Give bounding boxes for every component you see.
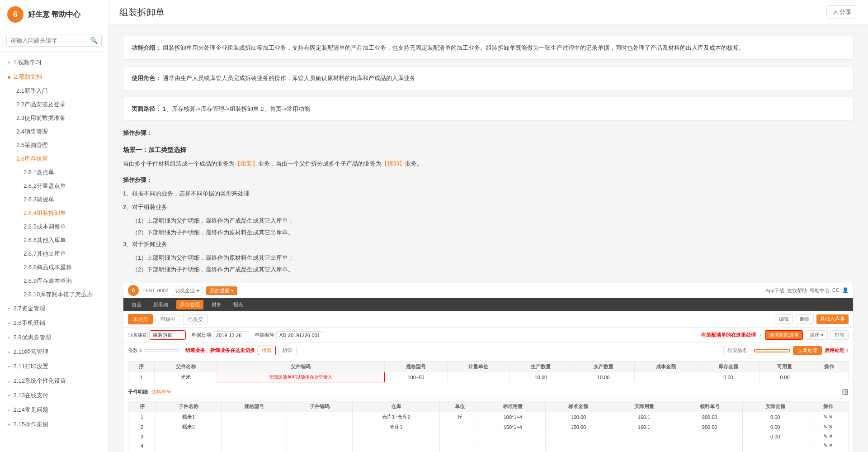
mock-field-billno: 单据编号 AD-20191226-001 <box>255 331 323 339</box>
sidebar: 6 好生意 帮助中心 🔍 + 1.视频学习 ● 2.帮助文档 2.1新手入门 2… <box>0 0 108 452</box>
steps-section: 操作步骤： 场景一：加工类型选择 当由多个子件材料组装成一个成品的业务为【组装】… <box>123 127 854 276</box>
page-title: 组装拆卸单 <box>119 6 165 19</box>
content-area: 功能介绍： 组装拆卸单用来处理企业组装或拆卸等加工业务，支持有固定装配清单的产品… <box>108 25 868 452</box>
sidebar-item-2-3[interactable]: 2.3使用前数据准备 <box>0 111 108 125</box>
mock-more-btn: 操作 ▾ <box>806 330 828 340</box>
mock-sub-tab-active: 领料单号 <box>151 389 171 395</box>
mock-nav-item-4: 报表 <box>230 300 247 309</box>
mock-edit-btn: 编辑 <box>775 314 793 324</box>
th-spec: 规格型号 <box>385 362 447 372</box>
sidebar-item-2-10[interactable]: + 2.10经营管理 <box>0 345 108 359</box>
step3a: （1）上部明细为父件明细，最终作为原材料生成其它出库单； <box>132 252 854 264</box>
mock-date-input: 2019-12-26 <box>213 331 249 339</box>
mock-nav-item-1: 新采购 <box>150 300 172 309</box>
sidebar-item-2-6-5[interactable]: 2.6.5成本调整单 <box>0 220 108 233</box>
mock-billno-input: AD-20191226-001 <box>276 331 323 339</box>
step2b: （2）下部明细为子件明细，最终作为原材料生成其它出库单。 <box>132 227 854 238</box>
plus-icon: + <box>7 407 11 414</box>
mock-form-row: 业务组织 组装拆卸 单据日期 2019-12-26 单据编号 AD-201912… <box>123 328 853 343</box>
mock-submit-btn: 其他入库单 <box>816 314 849 324</box>
mock-expand-icon: ⊞ <box>842 387 849 397</box>
share-button[interactable]: ↗ 分享 <box>826 5 857 19</box>
mock-icon-user: 👤 <box>842 287 849 294</box>
table-row: 2 糯米2 仓库1 150*1+4 150.00 160.1 900.00 <box>128 422 849 432</box>
sidebar-item-2-2[interactable]: 2.2产品安装及登录 <box>0 98 108 111</box>
path-block: 页面路径： 1、库存核算->库存管理->组装拆卸单 2、首页->常用功能 <box>123 97 854 121</box>
mock-field-count: 份数 ≥ <box>128 347 180 354</box>
step3b: （2）下部明细为子件明细，最终作为产成品生成其它入库单。 <box>132 264 854 276</box>
mock-tab-2: 已提交 <box>183 314 208 324</box>
sidebar-item-2-6-6[interactable]: 2.6.6其他入库单 <box>0 233 108 247</box>
plus-icon: + <box>7 305 11 312</box>
step2a: （1）上部明细为父件明细，最终作为产成品生成其它入库单； <box>132 215 854 227</box>
plus-icon: + <box>7 392 11 399</box>
sidebar-item-2-6-2[interactable]: 2.6.2分量盘点单 <box>0 179 108 193</box>
mock-disassemble-tab: 拆卸 <box>278 346 297 355</box>
th-op: 操作 <box>810 362 849 372</box>
sidebar-item-2-1[interactable]: 2.1新手入门 <box>0 84 108 98</box>
th-prod-qty: 生产数量 <box>509 362 572 372</box>
mock-confirm-btn: 立即处理 <box>793 346 822 355</box>
sidebar-item-2-6-1[interactable]: 2.6.1盘点单 <box>0 166 108 179</box>
mock-assemble-tab: 组装 <box>258 346 276 355</box>
intro-block: 功能介绍： 组装拆卸单用来处理企业组装或拆卸等加工业务，支持有固定装配清单的产品… <box>123 36 854 60</box>
mock-supplier-input <box>754 349 790 352</box>
sidebar-item-2-6-7[interactable]: 2.6.7其他出库单 <box>0 247 108 261</box>
logo-icon: 6 <box>7 6 24 23</box>
mock-topbar: 6 TEST-H002 切换企业 ▾ 我的提醒 ▾ App下载 在线帮助 帮助中… <box>123 283 853 298</box>
mock-table1: 序 父件名称 父件编码 规格型号 计量单位 生产数量 实产数量 成本金额 库存金… <box>128 361 849 382</box>
sidebar-item-2-6[interactable]: 2.6库存核算 <box>0 152 108 166</box>
intro-label: 功能介绍： <box>132 44 161 51</box>
step1: 1、根据不同的业务，选择不同单据的类型来处理 <box>123 188 854 200</box>
sidebar-item-2-6-3[interactable]: 2.6.3调拨单 <box>0 193 108 206</box>
sidebar-item-2-11[interactable]: + 2.11打印设置 <box>0 359 108 374</box>
mock-toolbar: 未提交 审核中 已提交 编辑 删除 其他入库单 <box>123 311 853 328</box>
mock-logo: 6 <box>128 285 139 296</box>
role-text: 通常由生产人员或库管人员完成拆装业务的操作，库管人员确认原材料的出库和产成品的入… <box>163 75 415 81</box>
sidebar-item-2-6-10[interactable]: 2.6.10库存账本错了怎么办 <box>0 288 108 301</box>
th-available: 可用量 <box>760 362 810 372</box>
steps-title: 操作步骤： <box>123 127 854 139</box>
sidebar-item-docs[interactable]: ● 2.帮助文档 <box>0 70 108 84</box>
sidebar-item-2-12[interactable]: + 2.12系统个性化设置 <box>0 374 108 388</box>
sidebar-item-2-6-8[interactable]: 2.6.8商品成本重算 <box>0 261 108 274</box>
mock-new-btn: 我的提醒 ▾ <box>206 286 237 295</box>
sidebar-item-2-5[interactable]: 2.5采购管理 <box>0 138 108 152</box>
mock-action-btns: 编辑 删除 其他入库单 <box>775 314 849 324</box>
mock-right-area2: 供应品名 立即处理 启用处理 ↑ <box>723 346 849 355</box>
intro-text: 组装拆卸单用来处理企业组装或拆卸等加工业务，支持有固定装配清单的产品加工业务，也… <box>163 44 745 51</box>
th-parent-code: 父件编码 <box>217 362 385 372</box>
sidebar-item-2-15[interactable]: + 2.15操作案例 <box>0 417 108 432</box>
search-box[interactable]: 🔍 <box>6 34 102 47</box>
mock-right-btns: 有装配清单的在这里处理 → 选择装配清单 操作 ▾ 打印 <box>701 330 849 340</box>
mock-nav-item-3: 财务 <box>208 300 225 309</box>
search-input[interactable] <box>10 37 90 44</box>
th-stock-amt: 库存金额 <box>697 362 760 372</box>
mock-icon-cc: CC <box>832 287 840 294</box>
mock-tab-0: 未提交 <box>128 314 153 324</box>
mock-form-area: 业务组织 组装拆卸 单据日期 2019-12-26 单据编号 AD-201912… <box>123 328 853 358</box>
sidebar-item-2-7[interactable]: + 2.7资金管理 <box>0 301 108 316</box>
mock-field-date: 单据日期 2019-12-26 <box>191 331 249 339</box>
search-icon[interactable]: 🔍 <box>90 37 98 44</box>
mock-field-org: 业务组织 组装拆卸 <box>128 330 186 340</box>
scenario1-title: 场景一：加工类型选择 <box>123 146 854 154</box>
share-icon: ↗ <box>832 9 837 16</box>
sidebar-item-2-8[interactable]: + 2.8手机旺铺 <box>0 316 108 330</box>
sidebar-item-2-6-9[interactable]: 2.6.9库存账本查询 <box>0 274 108 288</box>
logo-text: 好生意 帮助中心 <box>28 10 80 19</box>
annotation-4: 无固定清单可以随便在这里录入 <box>220 374 382 381</box>
sidebar-item-2-14[interactable]: + 2.14常见问题 <box>0 403 108 417</box>
mock-icon-app: App下载 <box>766 287 785 294</box>
sidebar-item-2-13[interactable]: + 2.13在线支付 <box>0 388 108 403</box>
sidebar-item-2-9[interactable]: + 2.9优惠券管理 <box>0 330 108 345</box>
th-unit: 计量单位 <box>447 362 509 372</box>
role-label: 使用角色： <box>132 75 161 81</box>
mock-print-btn: 打印 <box>830 330 849 340</box>
mock-icon-helpcenter: 帮助中心 <box>810 287 830 294</box>
sidebar-item-videos[interactable]: + 1.视频学习 <box>0 55 108 70</box>
role-block: 使用角色： 通常由生产人员或库管人员完成拆装业务的操作，库管人员确认原材料的出库… <box>123 66 854 90</box>
sidebar-item-2-4[interactable]: 2.4销售管理 <box>0 125 108 138</box>
table-row: 3 0.00 ✎ ✕ <box>128 432 849 441</box>
sidebar-item-2-6-4[interactable]: 2.6.4组装拆卸单 <box>0 206 108 220</box>
